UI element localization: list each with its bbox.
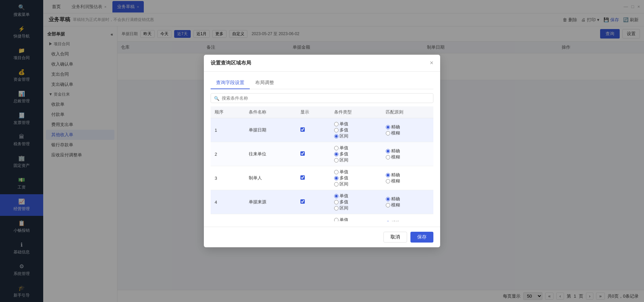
cell-type: 单值 多值 区间 — [330, 166, 382, 190]
cell-show[interactable] — [296, 118, 330, 142]
radio-single[interactable] — [334, 146, 339, 150]
modal-tab-layout[interactable]: 布局调整 — [250, 77, 279, 89]
show-checkbox[interactable] — [300, 199, 305, 204]
modal-tab-fields[interactable]: 查询字段设置 — [211, 77, 250, 89]
cell-match: 精确 模糊 — [382, 214, 433, 222]
settings-row: 4 单据来源 单值 多值 区间 精确 — [211, 190, 433, 214]
radio-fuzzy[interactable] — [386, 155, 390, 159]
radio-multi-label[interactable]: 多值 — [334, 175, 378, 181]
col-match: 匹配原则 — [382, 106, 433, 118]
radio-precise-label[interactable]: 精确 — [386, 124, 429, 130]
radio-range[interactable] — [334, 182, 339, 186]
cell-order: 1 — [211, 118, 245, 142]
cell-type: 单值 多值 区间 — [330, 214, 382, 222]
radio-range[interactable] — [334, 206, 339, 210]
radio-fuzzy[interactable] — [386, 203, 390, 207]
radio-single-label[interactable]: 单值 — [334, 121, 378, 127]
cell-order: 2 — [211, 142, 245, 166]
modal-title: 设置查询区域布局 — [211, 60, 251, 66]
modal-search: 🔍 — [211, 93, 433, 103]
settings-table-scroll[interactable]: 顺序 条件名称 显示 条件类型 匹配原则 1 单据日期 单值 — [211, 106, 433, 221]
radio-fuzzy-label[interactable]: 模糊 — [386, 154, 429, 160]
radio-multi-label[interactable]: 多值 — [334, 199, 378, 205]
radio-precise-label[interactable]: 精确 — [386, 196, 429, 202]
radio-single-label[interactable]: 单值 — [334, 145, 378, 151]
cell-match: 精确 模糊 — [382, 142, 433, 166]
cell-order: 4 — [211, 190, 245, 214]
radio-precise[interactable] — [386, 197, 390, 201]
radio-multi[interactable] — [334, 176, 339, 180]
radio-single[interactable] — [334, 194, 339, 198]
modal-body: 查询字段设置 布局调整 🔍 顺序 条件名称 显示 条件类型 — [204, 72, 440, 227]
modal-close-button[interactable]: × — [430, 59, 433, 67]
radio-precise[interactable] — [386, 221, 390, 222]
radio-range[interactable] — [334, 134, 339, 139]
cell-type: 单值 多值 区间 — [330, 190, 382, 214]
show-checkbox[interactable] — [300, 175, 305, 180]
col-type: 条件类型 — [330, 106, 382, 118]
radio-multi[interactable] — [334, 200, 339, 204]
radio-single[interactable] — [334, 122, 339, 126]
radio-precise[interactable] — [386, 173, 390, 177]
radio-multi[interactable] — [334, 128, 339, 132]
modal-footer: 取消 保存 — [204, 227, 440, 247]
cell-show[interactable] — [296, 166, 330, 190]
radio-multi[interactable] — [334, 152, 339, 156]
radio-single-label[interactable]: 单值 — [334, 169, 378, 175]
show-checkbox[interactable] — [300, 151, 305, 156]
modal-overlay: 设置查询区域布局 × 查询字段设置 布局调整 🔍 顺序 — [0, 0, 644, 302]
radio-range-label[interactable]: 区间 — [334, 181, 378, 187]
cell-name: 单据来源 — [245, 190, 296, 214]
radio-single[interactable] — [334, 170, 339, 174]
cell-match: 精确 模糊 — [382, 190, 433, 214]
cell-name: 单据日期 — [245, 118, 296, 142]
col-order: 顺序 — [211, 106, 245, 118]
radio-fuzzy[interactable] — [386, 179, 390, 183]
cancel-button[interactable]: 取消 — [383, 232, 407, 243]
radio-range-label[interactable]: 区间 — [334, 205, 378, 211]
col-name: 条件名称 — [245, 106, 296, 118]
cell-type: 单值 多值 区间 — [330, 142, 382, 166]
radio-fuzzy[interactable] — [386, 131, 390, 135]
modal-tabs: 查询字段设置 布局调整 — [211, 77, 433, 89]
cell-show[interactable] — [296, 190, 330, 214]
radio-precise[interactable] — [386, 125, 390, 129]
radio-fuzzy-label[interactable]: 模糊 — [386, 130, 429, 136]
settings-table: 顺序 条件名称 显示 条件类型 匹配原则 1 单据日期 单值 — [211, 106, 433, 221]
radio-fuzzy-label[interactable]: 模糊 — [386, 202, 429, 208]
radio-range[interactable] — [334, 158, 339, 162]
settings-header-row: 顺序 条件名称 显示 条件类型 匹配原则 — [211, 106, 433, 118]
radio-precise[interactable] — [386, 149, 390, 153]
modal-save-button[interactable]: 保存 — [410, 232, 433, 243]
settings-modal: 设置查询区域布局 × 查询字段设置 布局调整 🔍 顺序 — [204, 55, 440, 247]
radio-single-label[interactable]: 单值 — [334, 193, 378, 199]
modal-search-icon: 🔍 — [214, 96, 219, 101]
radio-precise-label[interactable]: 精确 — [386, 220, 429, 221]
cell-name: 往来单位 — [245, 142, 296, 166]
show-checkbox[interactable] — [300, 127, 305, 132]
radio-multi-label[interactable]: 多值 — [334, 127, 378, 133]
modal-header: 设置查询区域布局 × — [204, 55, 440, 72]
radio-precise-label[interactable]: 精确 — [386, 172, 429, 178]
col-show: 显示 — [296, 106, 330, 118]
cell-match: 精确 模糊 — [382, 166, 433, 190]
cell-name: 部门 — [245, 214, 296, 222]
cell-show[interactable] — [296, 214, 330, 222]
radio-single[interactable] — [334, 218, 339, 222]
cell-order: 5 — [211, 214, 245, 222]
cell-order: 3 — [211, 166, 245, 190]
modal-search-input[interactable] — [211, 93, 433, 103]
radio-single-label[interactable]: 单值 — [334, 217, 378, 221]
settings-row: 1 单据日期 单值 多值 区间 精确 — [211, 118, 433, 142]
settings-row: 5 部门 单值 多值 区间 精确 — [211, 214, 433, 222]
radio-fuzzy-label[interactable]: 模糊 — [386, 178, 429, 184]
radio-range-label[interactable]: 区间 — [334, 157, 378, 163]
cell-show[interactable] — [296, 142, 330, 166]
radio-precise-label[interactable]: 精确 — [386, 148, 429, 154]
cell-match: 精确 模糊 — [382, 118, 433, 142]
radio-range-label[interactable]: 区间 — [334, 133, 378, 139]
settings-row: 3 制单人 单值 多值 区间 精确 — [211, 166, 433, 190]
radio-multi-label[interactable]: 多值 — [334, 151, 378, 157]
cell-name: 制单人 — [245, 166, 296, 190]
settings-row: 2 往来单位 单值 多值 区间 精确 — [211, 142, 433, 166]
